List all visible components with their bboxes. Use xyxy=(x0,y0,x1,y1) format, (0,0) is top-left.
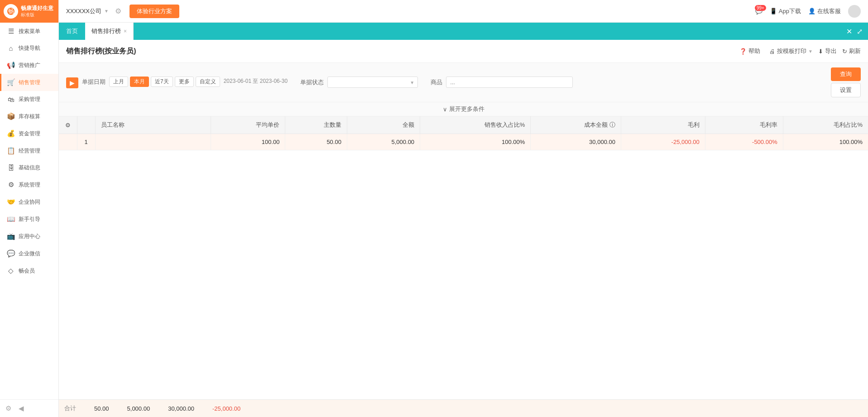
tabbar-right: ✕ ⤢ xyxy=(846,27,868,36)
col-sales-pct-header: 销售收入占比% xyxy=(420,116,531,134)
sidebar-item-system[interactable]: ⚙ 系统管理 xyxy=(0,176,58,193)
operation-icon: 📋 xyxy=(7,147,15,155)
col-no-header xyxy=(77,116,95,134)
footer-amount: 5,000.00 xyxy=(127,405,150,412)
sidebar-item-marketing[interactable]: 📢 营销推广 xyxy=(0,57,58,74)
finance-icon: 💰 xyxy=(7,129,15,138)
sidebar-item-operation[interactable]: 📋 经营管理 xyxy=(0,142,58,159)
footer-qty: 50.00 xyxy=(94,405,109,412)
date-btn-7days[interactable]: 近7天 xyxy=(151,77,173,87)
sidebar-item-shortcuts[interactable]: ⌂ 快捷导航 xyxy=(0,40,58,57)
sidebar-bottom: ⚙ ◀ xyxy=(0,399,58,417)
tab-close-icon[interactable]: × xyxy=(124,28,127,34)
row-profit-rate-cell: -500.00% xyxy=(705,134,783,150)
filter-bar: ▶ 单据日期 上月 本月 近7天 更多 自定义 2 xyxy=(59,63,868,102)
footer-profit: -25,000.00 xyxy=(212,405,240,412)
date-btn-more[interactable]: 更多 xyxy=(175,77,194,87)
sidebar-item-guide[interactable]: 📖 新手引导 xyxy=(0,211,58,228)
refresh-button[interactable]: ↻ 刷新 xyxy=(842,47,861,55)
online-service-btn[interactable]: 👤 在线客服 xyxy=(808,7,841,15)
row-amount-cell: 5,000.00 xyxy=(347,134,420,150)
sidebar-item-finance[interactable]: 💰 资金管理 xyxy=(0,125,58,142)
topbar-right: 💬 99+ 📱 App下载 👤 在线客服 xyxy=(755,5,861,18)
message-icon-btn[interactable]: 💬 99+ xyxy=(755,8,762,14)
logo-icon: 畅 xyxy=(4,4,18,19)
marketing-icon: 📢 xyxy=(7,61,15,69)
collapse-icon[interactable]: ◀ xyxy=(19,404,24,412)
content-area: 销售排行榜(按业务员) ❓ 帮助 🖨 按模板打印 ▼ ⬇ 导出 xyxy=(59,40,868,417)
col-profit-pct-header: 毛利占比% xyxy=(783,116,868,134)
column-setting-icon[interactable]: ⚙ xyxy=(65,122,71,129)
member-icon: ◇ xyxy=(7,267,15,275)
company-select[interactable]: XXXXXX公司 ▼ xyxy=(66,7,109,15)
sidebar-logo: 畅 畅康通好生意 标准版 xyxy=(0,0,58,23)
date-btn-custom[interactable]: 自定义 xyxy=(196,77,220,87)
filter-actions: 查询 设置 xyxy=(831,67,861,97)
date-range-display: 2023-06-01 至 2023-06-30 xyxy=(224,77,288,85)
row-profit-cell: -25,000.00 xyxy=(621,134,705,150)
sidebar-item-search[interactable]: ☰ 搜索菜单 xyxy=(0,23,58,40)
settings-bottom-icon[interactable]: ⚙ xyxy=(5,404,11,412)
goods-filter-group: 商品 xyxy=(431,77,573,88)
sidebar-item-corp[interactable]: 🤝 企业协同 xyxy=(0,193,58,211)
sidebar-item-purchase[interactable]: 🛍 采购管理 xyxy=(0,91,58,108)
row-profit-pct-cell: 100.00% xyxy=(783,134,868,150)
status-select[interactable] xyxy=(327,77,418,88)
date-btn-last-month[interactable]: 上月 xyxy=(109,77,128,87)
home-icon: ⌂ xyxy=(7,44,15,52)
print-chevron-icon: ▼ xyxy=(808,49,813,54)
tabbar: 首页 销售排行榜 × ✕ ⤢ xyxy=(59,23,868,40)
page-title: 销售排行榜(按业务员) xyxy=(66,47,136,56)
sidebar-item-inventory[interactable]: 📦 库存核算 xyxy=(0,108,58,125)
tab-expand-icon[interactable]: ⤢ xyxy=(857,27,863,36)
message-badge: 99+ xyxy=(755,5,766,11)
set-button[interactable]: 设置 xyxy=(831,83,861,97)
purchase-icon: 🛍 xyxy=(7,96,15,103)
tab-home[interactable]: 首页 xyxy=(59,23,85,40)
row-setting-cell xyxy=(59,134,77,150)
company-chevron-icon: ▼ xyxy=(104,9,109,14)
expand-more-bar[interactable]: ∨ 展开更多条件 xyxy=(59,102,868,116)
col-qty-header: 主数量 xyxy=(285,116,347,134)
sidebar-item-basic[interactable]: 🗄 基础信息 xyxy=(0,159,58,176)
status-select-wrapper xyxy=(327,77,418,88)
data-table-wrapper: ⚙ 员工名称 平均单价 主数量 全额 销售收入占比% 成本全额 ⓘ 毛利 毛利率… xyxy=(59,116,868,399)
status-filter-label: 单据状态 xyxy=(300,78,324,86)
refresh-icon: ↻ xyxy=(842,48,847,55)
goods-input[interactable] xyxy=(446,77,573,88)
col-amount-header: 全额 xyxy=(347,116,420,134)
tab-sales-ranking[interactable]: 销售排行榜 × xyxy=(85,23,134,40)
expand-down-icon: ∨ xyxy=(443,106,447,113)
col-name-header: 员工名称 xyxy=(95,116,211,134)
app-download-btn[interactable]: 📱 App下载 xyxy=(770,7,801,15)
user-avatar[interactable] xyxy=(848,5,861,18)
sidebar-item-member[interactable]: ◇ 畅会员 xyxy=(0,262,58,279)
main-area: XXXXXX公司 ▼ ⚙ 体验行业方案 💬 99+ 📱 App下载 👤 在线客服… xyxy=(59,0,868,417)
corp-icon: 🤝 xyxy=(7,198,15,206)
company-name: XXXXXX公司 xyxy=(66,7,101,15)
sidebar-item-apps[interactable]: 📺 应用中心 xyxy=(0,228,58,245)
guide-icon: 📖 xyxy=(7,215,15,223)
row-cost-cell: 30,000.00 xyxy=(531,134,621,150)
inventory-icon: 📦 xyxy=(7,112,15,120)
trial-button[interactable]: 体验行业方案 xyxy=(129,5,179,18)
table-row: 1 100.00 50.00 5,000.00 100.00% 30,000.0… xyxy=(59,134,868,150)
export-button[interactable]: ⬇ 导出 xyxy=(818,47,837,55)
data-table: ⚙ 员工名称 平均单价 主数量 全额 销售收入占比% 成本全额 ⓘ 毛利 毛利率… xyxy=(59,116,868,150)
print-dropdown[interactable]: 🖨 按模板打印 ▼ xyxy=(769,47,813,55)
topbar-gear-icon[interactable]: ⚙ xyxy=(115,7,121,15)
col-avg-price-header: 平均单价 xyxy=(211,116,285,134)
sidebar-item-wechat[interactable]: 💬 企业微信 xyxy=(0,245,58,262)
logo-text: 畅康通好生意 标准版 xyxy=(21,5,53,18)
page-actions: ❓ 帮助 🖨 按模板打印 ▼ ⬇ 导出 ↻ 刷新 xyxy=(736,45,861,57)
goods-filter-label: 商品 xyxy=(431,78,442,86)
tab-close-all-icon[interactable]: ✕ xyxy=(846,27,852,36)
sidebar: 畅 畅康通好生意 标准版 ☰ 搜索菜单 ⌂ 快捷导航 📢 营销推广 🛒 销售管理… xyxy=(0,0,59,417)
sidebar-item-sales[interactable]: 🛒 销售管理 xyxy=(0,74,58,91)
date-btn-this-month[interactable]: 本月 xyxy=(130,77,149,87)
filter-toggle-icon[interactable]: ▶ xyxy=(66,77,78,88)
query-button[interactable]: 查询 xyxy=(831,67,861,81)
topbar: XXXXXX公司 ▼ ⚙ 体验行业方案 💬 99+ 📱 App下载 👤 在线客服 xyxy=(59,0,868,23)
help-button[interactable]: ❓ 帮助 xyxy=(736,45,764,57)
table-footer: 合计 50.00 5,000.00 30,000.00 -25,000.00 xyxy=(59,399,868,417)
